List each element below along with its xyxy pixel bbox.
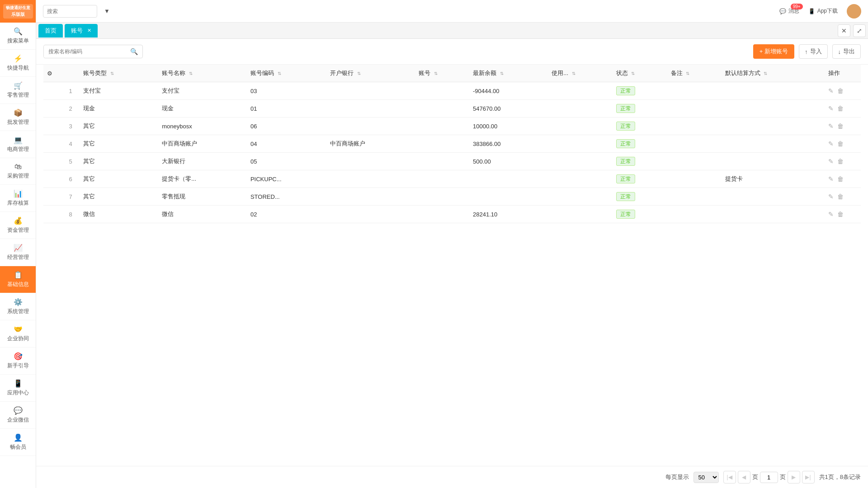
user-avatar[interactable] bbox=[847, 4, 861, 19]
col-remark[interactable]: 备注 ⇅ bbox=[667, 65, 722, 82]
edit-icon[interactable]: ✎ bbox=[828, 105, 834, 112]
edit-icon[interactable]: ✎ bbox=[828, 122, 834, 130]
account-tab-close[interactable]: ✕ bbox=[87, 28, 91, 33]
row-type-cell: 其它 bbox=[80, 153, 158, 170]
content-area: 🔍 + 新增账号 ↑ 导入 ↓ 导出 bbox=[36, 39, 868, 488]
col-status[interactable]: 状态 ⇅ bbox=[613, 65, 667, 82]
sidebar-item-purchase-mgmt[interactable]: 🛍 采购管理 bbox=[0, 158, 36, 185]
account-search-input[interactable] bbox=[44, 46, 126, 57]
page-label: 页 bbox=[752, 473, 758, 481]
account-search-button[interactable]: 🔍 bbox=[126, 45, 142, 58]
tab-close-action[interactable]: ✕ bbox=[838, 24, 850, 37]
row-remark-cell bbox=[667, 188, 722, 206]
col-config[interactable]: ⚙ bbox=[43, 65, 61, 82]
row-remark-cell bbox=[667, 100, 722, 117]
row-num-cell: 3 bbox=[61, 117, 80, 135]
page-input[interactable] bbox=[760, 472, 778, 483]
row-bank-cell bbox=[326, 170, 415, 188]
edit-icon[interactable]: ✎ bbox=[828, 87, 834, 94]
delete-icon[interactable]: 🗑 bbox=[837, 175, 844, 183]
page-prev-btn[interactable]: ◀ bbox=[738, 471, 750, 483]
col-balance[interactable]: 最新余额 ⇅ bbox=[469, 65, 548, 82]
delete-icon[interactable]: 🗑 bbox=[837, 158, 844, 165]
delete-icon[interactable]: 🗑 bbox=[837, 87, 844, 94]
sort-code-icon: ⇅ bbox=[278, 71, 281, 76]
sidebar-item-app-label: 应用中心 bbox=[7, 389, 29, 397]
system-mgmt-icon: ⚙️ bbox=[14, 298, 23, 306]
col-action: 操作 bbox=[825, 65, 861, 82]
sidebar-item-retail-mgmt[interactable]: 🛒 零售管理 bbox=[0, 77, 36, 104]
delete-icon[interactable]: 🗑 bbox=[837, 105, 844, 112]
row-num-cell: 2 bbox=[61, 100, 80, 117]
sidebar: 畅捷通好生意 乐版版 🔍 搜索菜单 ⚡ 快捷导航 🛒 零售管理 📦 批发管理 💻… bbox=[0, 0, 36, 488]
page-last-btn[interactable]: ▶| bbox=[802, 471, 815, 483]
col-default-settlement[interactable]: 默认结算方式 ⇅ bbox=[722, 65, 825, 82]
sidebar-item-ecommerce-label: 电商管理 bbox=[7, 145, 29, 153]
import-icon: ↑ bbox=[805, 48, 808, 55]
row-num-cell: 8 bbox=[61, 206, 80, 223]
sidebar-item-member[interactable]: 👤 畅会员 bbox=[0, 429, 36, 456]
row-remark-cell bbox=[667, 82, 722, 100]
edit-icon[interactable]: ✎ bbox=[828, 158, 834, 165]
row-bank-cell bbox=[326, 153, 415, 170]
row-status-cell: 正常 bbox=[613, 206, 667, 223]
topbar-dropdown[interactable]: ▼ bbox=[104, 8, 110, 14]
delete-icon[interactable]: 🗑 bbox=[837, 211, 844, 218]
col-account[interactable]: 账号 ⇅ bbox=[415, 65, 469, 82]
app-download-label: App下载 bbox=[817, 7, 838, 15]
edit-icon[interactable]: ✎ bbox=[828, 193, 834, 200]
topbar-app-download[interactable]: 📱 App下载 bbox=[808, 7, 838, 15]
delete-icon[interactable]: 🗑 bbox=[837, 140, 844, 147]
page-unit: 页 bbox=[780, 473, 786, 481]
row-config-cell bbox=[43, 82, 61, 100]
sidebar-item-quick-nav[interactable]: ⚡ 快捷导航 bbox=[0, 50, 36, 77]
edit-icon[interactable]: ✎ bbox=[828, 175, 834, 183]
sidebar-item-search-menu[interactable]: 🔍 搜索菜单 bbox=[0, 23, 36, 50]
sidebar-item-enterprise-wechat[interactable]: 💬 企业微信 bbox=[0, 402, 36, 429]
topbar-message[interactable]: 💬 消息 99+ bbox=[779, 7, 799, 15]
row-settlement-cell bbox=[722, 82, 825, 100]
home-tab-label: 首页 bbox=[45, 27, 57, 35]
sidebar-item-wholesale-mgmt[interactable]: 📦 批发管理 bbox=[0, 104, 36, 131]
edit-icon[interactable]: ✎ bbox=[828, 140, 834, 147]
sidebar-item-wechat-label: 企业微信 bbox=[7, 416, 29, 424]
topbar-search-input[interactable] bbox=[43, 5, 97, 18]
logo-line1: 畅捷通好生意 bbox=[6, 5, 30, 11]
col-code[interactable]: 账号编码 ⇅ bbox=[247, 65, 326, 82]
sidebar-item-inventory-calc[interactable]: 📊 库存核算 bbox=[0, 185, 36, 212]
sidebar-item-capital-mgmt[interactable]: 💰 资金管理 bbox=[0, 212, 36, 239]
row-type-cell: 微信 bbox=[80, 206, 158, 223]
page-first-btn[interactable]: |◀ bbox=[723, 471, 736, 483]
per-page-select[interactable]: 50 100 200 bbox=[693, 472, 719, 483]
row-code-cell: 04 bbox=[247, 135, 326, 153]
delete-icon[interactable]: 🗑 bbox=[837, 122, 844, 130]
col-type[interactable]: 账号类型 ⇅ bbox=[80, 65, 158, 82]
delete-icon[interactable]: 🗑 bbox=[837, 193, 844, 200]
tab-maximize-action[interactable]: ⤢ bbox=[853, 24, 866, 37]
sidebar-item-basic-info[interactable]: 📋 基础信息 bbox=[0, 266, 36, 293]
sidebar-item-system-mgmt[interactable]: ⚙️ 系统管理 bbox=[0, 293, 36, 320]
sidebar-item-ecommerce-mgmt[interactable]: 💻 电商管理 bbox=[0, 131, 36, 158]
tab-account[interactable]: 账号 ✕ bbox=[65, 24, 98, 38]
col-bank[interactable]: 开户银行 ⇅ bbox=[326, 65, 415, 82]
import-button[interactable]: ↑ 导入 bbox=[799, 44, 828, 59]
column-config-icon[interactable]: ⚙ bbox=[47, 70, 52, 77]
row-account-cell bbox=[415, 188, 469, 206]
ecommerce-mgmt-icon: 💻 bbox=[14, 136, 23, 144]
purchase-mgmt-icon: 🛍 bbox=[14, 163, 22, 171]
sidebar-item-enterprise-agreement[interactable]: 🤝 企业协同 bbox=[0, 320, 36, 347]
col-usage[interactable]: 使用... ⇅ bbox=[548, 65, 613, 82]
add-account-button[interactable]: + 新增账号 bbox=[753, 44, 794, 59]
tab-home[interactable]: 首页 bbox=[38, 24, 63, 38]
edit-icon[interactable]: ✎ bbox=[828, 211, 834, 218]
wholesale-mgmt-icon: 📦 bbox=[14, 108, 23, 117]
sidebar-item-new-guide[interactable]: 🎯 新手引导 bbox=[0, 347, 36, 375]
enterprise-wechat-icon: 💬 bbox=[14, 406, 23, 415]
export-button[interactable]: ↓ 导出 bbox=[832, 44, 861, 59]
row-account-cell bbox=[415, 100, 469, 117]
row-balance-cell: 28241.10 bbox=[469, 206, 548, 223]
sidebar-item-app-center[interactable]: 📱 应用中心 bbox=[0, 375, 36, 402]
col-name[interactable]: 账号名称 ⇅ bbox=[158, 65, 247, 82]
sidebar-item-business-mgmt[interactable]: 📈 经营管理 bbox=[0, 239, 36, 266]
page-next-btn[interactable]: ▶ bbox=[788, 471, 800, 483]
